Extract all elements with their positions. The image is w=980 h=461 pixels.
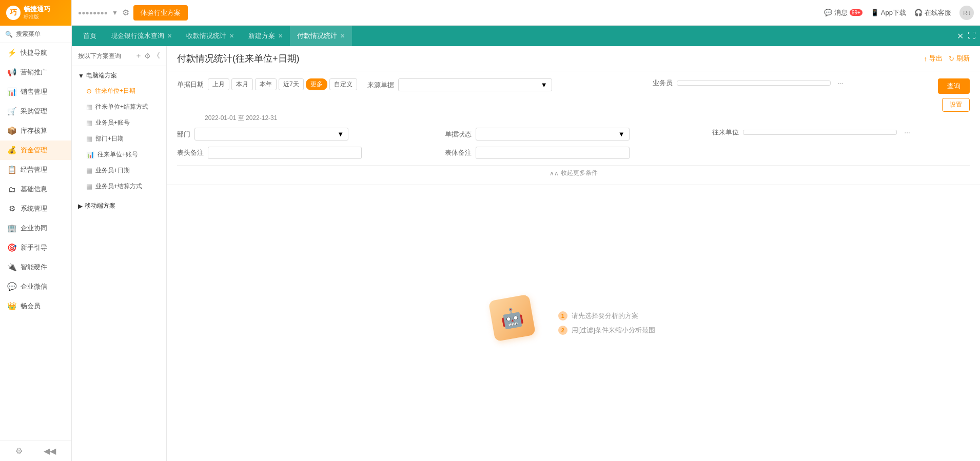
- page-header: 付款情况统计(往来单位+日期) ↑ 导出 ↻ 刷新: [167, 46, 980, 71]
- sales-icon: 📊: [7, 87, 16, 96]
- scheme-icon-staff-settle: ▦: [86, 183, 92, 190]
- add-scheme-icon[interactable]: ＋: [135, 51, 142, 61]
- messages-item[interactable]: 💬 消息 99+: [824, 8, 863, 17]
- mobile-group-header[interactable]: ▶ 移动端方案: [72, 198, 166, 213]
- settings-button[interactable]: 设置: [942, 98, 970, 112]
- manage-scheme-icon[interactable]: ⚙: [144, 52, 151, 60]
- topbar-dropdown-icon[interactable]: ▼: [112, 9, 118, 16]
- scheme-item-staff-date[interactable]: ▦业务员+日期: [72, 163, 166, 178]
- scheme-item-staff-account[interactable]: ▦业务员+账号: [72, 115, 166, 131]
- sidebar-item-quick-nav[interactable]: ⚡快捷导航: [0, 43, 71, 63]
- tabbar-right: ✕ ⛶: [957, 31, 976, 41]
- collapse-panel-icon[interactable]: 《: [153, 51, 160, 61]
- page-header-actions: ↑ 导出 ↻ 刷新: [924, 54, 970, 63]
- scheme-item-partner-date[interactable]: ⊙往来单位+日期: [72, 83, 166, 99]
- staff-dots[interactable]: ···: [838, 79, 844, 87]
- refresh-button[interactable]: ↻ 刷新: [949, 54, 970, 63]
- sidebar-item-finance[interactable]: 💰资金管理: [0, 141, 71, 160]
- close-all-tabs-icon[interactable]: ✕: [957, 31, 964, 41]
- settings-footer-icon[interactable]: ⚙: [15, 446, 23, 456]
- date-filter-item: 单据日期 上月本月本年近7天更多自定义: [177, 78, 357, 90]
- empty-tips: 1 请先选择要分析的方案 2 用[过滤]条件来缩小分析范围: [558, 311, 655, 335]
- sidebar-item-sales[interactable]: 📊销售管理: [0, 82, 71, 102]
- desktop-group-header[interactable]: ▼ 电脑端方案: [72, 68, 166, 83]
- sidebar-item-label-finance: 资金管理: [21, 146, 47, 155]
- user-avatar[interactable]: Rit: [959, 6, 974, 20]
- sidebar-item-label-guide: 新手引导: [21, 243, 47, 252]
- sidebar-item-hardware[interactable]: 🔌智能硬件: [0, 257, 71, 277]
- sidebar-item-basic[interactable]: 🗂基础信息: [0, 179, 71, 199]
- header-note-label: 表头备注: [177, 148, 204, 157]
- partner-dots[interactable]: ···: [904, 128, 910, 136]
- source-filter-item: 来源单据 ▼: [367, 78, 642, 91]
- source-select[interactable]: ▼: [398, 78, 552, 91]
- date-btn-上月[interactable]: 上月: [208, 78, 229, 90]
- date-btn-本年[interactable]: 本年: [255, 78, 277, 90]
- tab-close-new-scheme[interactable]: ✕: [278, 33, 283, 39]
- tab-bank[interactable]: 现金银行流水查询✕: [104, 26, 179, 46]
- scheme-label-staff-account: 业务员+账号: [95, 118, 130, 127]
- tab-close-payable[interactable]: ✕: [340, 33, 345, 39]
- topbar-gear-icon[interactable]: ⚙: [122, 8, 129, 17]
- doc-status-label: 单据状态: [445, 130, 472, 139]
- date-btn-自定义[interactable]: 自定义: [329, 78, 357, 90]
- sidebar-item-operations[interactable]: 📋经营管理: [0, 160, 71, 179]
- online-service-item[interactable]: 🎧 在线客服: [914, 8, 951, 17]
- expand-tab-icon[interactable]: ⛶: [968, 31, 976, 41]
- tab-receivable[interactable]: 收款情况统计✕: [179, 26, 241, 46]
- refresh-icon: ↻: [949, 55, 954, 63]
- logo-sub: 标准版: [24, 13, 50, 21]
- sidebar-item-enterprise[interactable]: 🏢企业协同: [0, 218, 71, 238]
- sidebar-header: 巧 畅捷通巧 标准版: [0, 0, 71, 26]
- sidebar-item-inventory[interactable]: 📦库存核算: [0, 121, 71, 141]
- sidebar-item-weixin[interactable]: 💬企业微信: [0, 277, 71, 296]
- collapse-sidebar-icon[interactable]: ◀◀: [44, 446, 56, 456]
- finance-icon: 💰: [7, 146, 16, 155]
- dept-select[interactable]: ▼: [194, 128, 348, 141]
- scheme-item-partner-settle[interactable]: ▦往来单位+结算方式: [72, 99, 166, 115]
- app-download-item[interactable]: 📱 App下载: [871, 8, 906, 17]
- body-note-input[interactable]: [476, 147, 630, 159]
- query-button[interactable]: 查询: [938, 78, 970, 94]
- purchase-icon: 🛒: [7, 107, 16, 116]
- tab-home[interactable]: 首页: [76, 31, 104, 41]
- scheme-item-staff-settle[interactable]: ▦业务员+结算方式: [72, 178, 166, 194]
- scheme-item-partner-account[interactable]: 📊往来单位+账号: [72, 147, 166, 163]
- staff-filter-item: 业务员 ···: [653, 78, 928, 88]
- collapse-filter-btn[interactable]: ∧∧ 收起更多条件: [177, 165, 970, 181]
- date-btn-更多[interactable]: 更多: [306, 78, 327, 90]
- trial-button[interactable]: 体验行业方案: [133, 5, 188, 21]
- sidebar-item-purchase[interactable]: 🛒采购管理: [0, 102, 71, 121]
- operations-icon: 📋: [7, 165, 16, 174]
- date-btn-近7天[interactable]: 近7天: [279, 78, 304, 90]
- tab-new-scheme[interactable]: 新建方案✕: [241, 26, 290, 46]
- doc-status-select[interactable]: ▼: [476, 128, 630, 141]
- date-btn-本月[interactable]: 本月: [231, 78, 253, 90]
- sidebar-item-marketing[interactable]: 📢营销推广: [0, 63, 71, 82]
- left-panel-header: 按以下方案查询 ＋ ⚙ 《: [72, 46, 166, 66]
- tab-payable[interactable]: 付款情况统计✕: [290, 26, 352, 46]
- quick-nav-icon: ⚡: [7, 48, 16, 57]
- tab-label-new-scheme: 新建方案: [248, 31, 275, 41]
- tab-close-receivable[interactable]: ✕: [229, 33, 234, 39]
- search-menu[interactable]: 🔍 搜索菜单: [0, 26, 71, 43]
- sidebar-item-member[interactable]: 👑畅会员: [0, 296, 71, 316]
- scheme-item-dept-date[interactable]: ▦部门+日期: [72, 131, 166, 147]
- tab-label-bank: 现金银行流水查询: [111, 31, 164, 41]
- sidebar-item-guide[interactable]: 🎯新手引导: [0, 238, 71, 257]
- right-content: 付款情况统计(往来单位+日期) ↑ 导出 ↻ 刷新 单: [167, 46, 980, 461]
- doc-status-filter-item: 单据状态 ▼: [445, 128, 702, 141]
- partner-select[interactable]: [743, 130, 897, 135]
- app-download-label: App下载: [881, 8, 906, 17]
- messages-label: 消息: [834, 8, 848, 17]
- sidebar-item-system[interactable]: ⚙系统管理: [0, 199, 71, 218]
- sidebar-item-label-inventory: 库存核算: [21, 126, 47, 135]
- filter-row-1: 单据日期 上月本月本年近7天更多自定义 来源单据 ▼ 业务员: [177, 78, 970, 112]
- scheme-label-staff-date: 业务员+日期: [95, 166, 130, 175]
- header-note-item: 表头备注: [177, 147, 435, 159]
- export-button[interactable]: ↑ 导出: [924, 54, 943, 63]
- header-note-input[interactable]: [208, 147, 362, 159]
- staff-select[interactable]: [677, 81, 831, 86]
- topbar-right: 💬 消息 99+ 📱 App下载 🎧 在线客服 Rit: [824, 6, 974, 20]
- tab-close-bank[interactable]: ✕: [167, 33, 172, 39]
